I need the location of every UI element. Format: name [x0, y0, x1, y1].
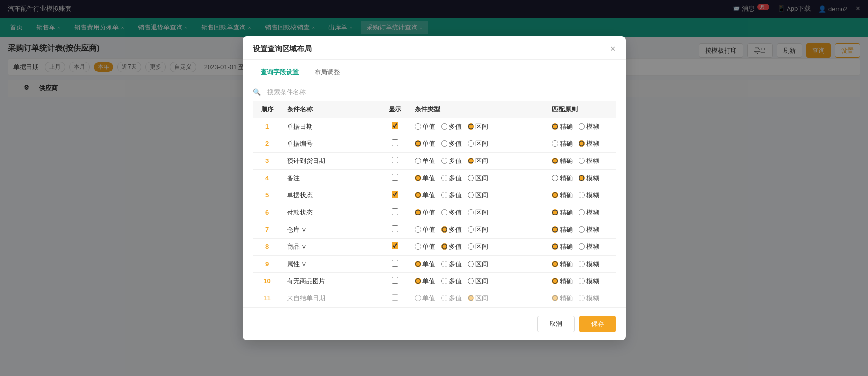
col-seq: 顺序 [253, 101, 282, 104]
col-display: 显示 [380, 101, 410, 104]
col-name: 条件名称 [282, 101, 380, 104]
modal-overlay: 设置查询区域布局 × 查询字段设置 布局调整 🔍 顺序 条件名称 显示 条件类型 [0, 0, 868, 103]
dialog-search-bar: 🔍 [243, 81, 626, 101]
dialog-close-button[interactable]: × [610, 44, 616, 53]
tab-query-field[interactable]: 查询字段设置 [253, 64, 307, 81]
col-type: 条件类型 [410, 101, 547, 104]
search-input[interactable] [263, 86, 362, 98]
dialog-header: 设置查询区域布局 × [243, 36, 626, 60]
dialog-table-container: 顺序 条件名称 显示 条件类型 匹配原则 1单据日期单值多值区间精确模糊2单据编… [243, 101, 626, 104]
col-match: 匹配原则 [547, 101, 616, 104]
tab-layout[interactable]: 布局调整 [307, 64, 348, 81]
dialog: 设置查询区域布局 × 查询字段设置 布局调整 🔍 顺序 条件名称 显示 条件类型 [243, 36, 626, 104]
dialog-title: 设置查询区域布局 [253, 44, 312, 54]
conditions-table: 顺序 条件名称 显示 条件类型 匹配原则 1单据日期单值多值区间精确模糊2单据编… [253, 101, 616, 104]
search-icon: 🔍 [253, 88, 261, 96]
dialog-tabs: 查询字段设置 布局调整 [243, 60, 626, 81]
